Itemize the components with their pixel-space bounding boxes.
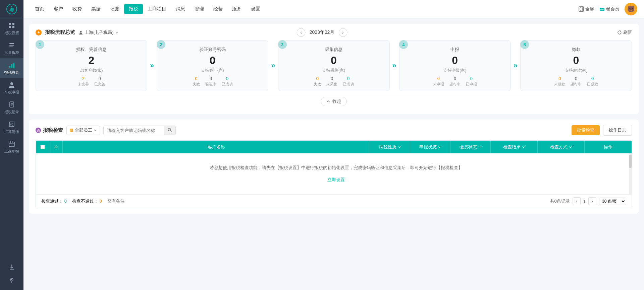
step-3-title: 采集信息 <box>284 47 384 53</box>
next-month-btn[interactable]: › <box>338 28 347 37</box>
vip-label: 畅会员 <box>606 6 619 12</box>
sidebar-item-geren-shenbao[interactable]: 个税申报 <box>0 78 23 97</box>
person-small-icon <box>78 30 83 35</box>
location-text: 上海(电子税局) <box>85 29 114 35</box>
th-caozuo: 操作 <box>585 141 632 153</box>
step-2-sub: 支持验证(家) <box>162 68 263 73</box>
nav-item-gongshang[interactable]: 工商项目 <box>143 4 171 14</box>
step-1-title: 授权、完善信息 <box>41 47 142 53</box>
pass-label: 检查通过： 0 <box>41 198 67 204</box>
stat-weijiaokuan[interactable]: 0 未缴款 <box>554 76 565 87</box>
fullscreen-btn[interactable]: 全屏 <box>579 6 594 12</box>
stat-yichengg3[interactable]: 0 已成功 <box>343 76 354 87</box>
collapse-btn[interactable]: 收起 <box>321 97 347 106</box>
nav-item-baoshui[interactable]: 报税 <box>124 4 143 14</box>
stat-yijiaokuan[interactable]: 0 已缴款 <box>587 76 598 87</box>
stat-yanzhongz[interactable]: 0 验证中 <box>205 76 216 87</box>
step-3-bignum: 0 <box>284 55 384 66</box>
page-size-select[interactable]: 30 条/页 50 条/页 100 条/页 <box>599 198 626 205</box>
svg-rect-2 <box>9 26 11 28</box>
stat-num: 0 <box>575 76 577 81</box>
sidebar-item-label: 工商年报 <box>4 149 19 154</box>
search-button[interactable] <box>164 126 175 135</box>
footer-right: 共0条记录 ‹ 1 › 30 条/页 50 条/页 100 条/页 <box>550 197 626 205</box>
filter-icon5[interactable] <box>569 145 572 149</box>
sidebar-item-gongshang-nianbao[interactable]: 工商年报 <box>0 137 23 157</box>
mascot[interactable]: 🐻 <box>625 3 637 15</box>
filter-icon3[interactable] <box>478 145 482 149</box>
step-5-sub: 支持缴款(家) <box>526 68 626 73</box>
stat-weiwanshan[interactable]: 2 未完善 <box>78 76 89 87</box>
th-settings[interactable] <box>49 141 63 153</box>
sidebar-item-label: 汇算清缴 <box>4 129 19 134</box>
vip-btn[interactable]: VIP 畅会员 <box>599 6 619 12</box>
stat-jinxingz4[interactable]: 0 进行中 <box>449 76 461 87</box>
batch-check-btn[interactable]: 批量检查 <box>572 125 600 135</box>
sidebar-download[interactable] <box>0 260 23 273</box>
fullscreen-label: 全屏 <box>585 6 594 12</box>
search-input[interactable] <box>104 126 164 135</box>
filter-icon[interactable] <box>398 145 401 149</box>
sidebar-item-baoshui-zonglan[interactable]: 报税总览 <box>0 58 23 78</box>
step-3-num: 3 <box>278 40 287 49</box>
stat-label: 失败 <box>193 82 200 87</box>
sidebar-location[interactable] <box>0 273 23 287</box>
nav-item-jizhang[interactable]: 记账 <box>105 4 124 14</box>
stat-label: 进行中 <box>571 82 582 87</box>
col-caozuo-label: 操作 <box>604 144 612 150</box>
sidebar-item-huisuan[interactable]: 税 汇算清缴 <box>0 117 23 137</box>
step-1-num: 1 <box>36 40 44 49</box>
prev-month-btn[interactable]: ‹ <box>297 28 306 37</box>
next-page-btn[interactable]: › <box>588 197 596 205</box>
stat-yiwanshan[interactable]: 0 已完善 <box>94 76 105 87</box>
refresh-btn[interactable]: 刷新 <box>617 29 632 35</box>
step-3-stats: 0 失败 0 未采集 0 已成功 <box>284 76 384 87</box>
svg-point-24 <box>11 279 12 280</box>
stat-num: 2 <box>82 76 84 81</box>
nav-item-kehu[interactable]: 客户 <box>49 4 68 14</box>
sidebar-item-piliangsbaoshui[interactable]: 批量报税 <box>0 38 23 58</box>
stat-shib[interactable]: 0 失败 <box>193 76 200 87</box>
operation-log-btn[interactable]: 操作日志 <box>603 125 632 136</box>
stat-label: 未完善 <box>78 82 89 87</box>
step-arrow-1: » <box>147 40 157 91</box>
stat-shib3[interactable]: 0 失败 <box>314 76 321 87</box>
filter-icon4[interactable] <box>522 145 525 149</box>
step-arrow-2: » <box>268 40 278 91</box>
stat-yishenbao[interactable]: 0 已申报 <box>466 76 477 87</box>
nav-item-guanli[interactable]: 管理 <box>190 4 209 14</box>
svg-point-31 <box>168 128 171 131</box>
sidebar-item-baoshui-jilu[interactable]: 报税记录 <box>0 97 23 117</box>
nav-item-jingying[interactable]: 经营 <box>209 4 227 14</box>
th-checkbox[interactable] <box>36 141 49 153</box>
footer-left: 检查通过： 0 检查不通过： 0 囧有备注 <box>41 198 125 204</box>
nav-item-shoufei[interactable]: 收费 <box>68 4 87 14</box>
step-4-bignum: 0 <box>405 55 505 66</box>
nav-item-shezhi[interactable]: 设置 <box>246 4 265 14</box>
svg-line-32 <box>171 131 172 132</box>
filter-icon2[interactable] <box>438 145 441 149</box>
content-area: + 报税流程总览 上海(电子税局) ‹ 2023年02月 › <box>23 18 644 290</box>
stat-jinxingz5[interactable]: 0 进行中 <box>571 76 582 87</box>
empty-message: 若您想使用报税检查功能，请先在【报税设置】中进行报税的初始化设置，完成密码验证和… <box>210 163 463 184</box>
collapse-label: 收起 <box>332 98 341 104</box>
nav-item-fuwu[interactable]: 服务 <box>227 4 246 14</box>
prev-page-btn[interactable]: ‹ <box>573 197 581 205</box>
fail-count[interactable]: 0 <box>99 199 102 204</box>
stat-weishenbao[interactable]: 0 未申报 <box>433 76 444 87</box>
select-all-checkbox[interactable] <box>40 145 45 149</box>
stat-yichengg[interactable]: 0 已成功 <box>222 76 233 87</box>
stat-weicaiji[interactable]: 0 未采集 <box>326 76 337 87</box>
sidebar-item-baoshuishezhi[interactable]: 报税设置 <box>0 18 23 38</box>
scrollbar-thumb[interactable] <box>629 155 632 168</box>
location-tag[interactable]: 上海(电子税局) <box>78 29 118 35</box>
nav-item-xiaoxi[interactable]: 消息 <box>171 4 190 14</box>
step-5-bignum: 0 <box>526 55 626 66</box>
setup-link[interactable]: 立即设置 <box>327 177 345 182</box>
svg-rect-25 <box>579 7 584 11</box>
pass-count[interactable]: 0 <box>64 199 67 204</box>
nav-item-piao[interactable]: 票据 <box>87 4 105 14</box>
employee-filter[interactable]: 员 全部员工 <box>66 126 100 135</box>
svg-rect-12 <box>10 102 14 107</box>
nav-item-home[interactable]: 首页 <box>30 4 49 14</box>
